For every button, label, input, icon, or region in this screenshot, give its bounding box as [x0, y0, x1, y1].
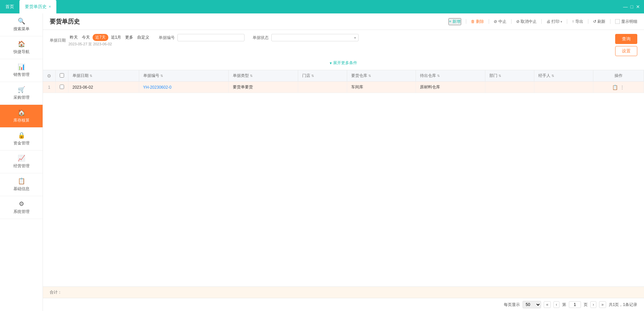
per-page-select[interactable]: 10 20 50 100 [523, 301, 541, 308]
sales-icon: 📊 [18, 63, 25, 71]
divider [588, 19, 588, 24]
th-actions: 操作 [593, 70, 644, 82]
stop-button[interactable]: ⊘ 中止 [494, 19, 506, 25]
sidebar-item-label: 采购管理 [13, 95, 30, 100]
row-pending-warehouse: 原材料仓库 [416, 82, 485, 93]
page-number-input[interactable] [569, 301, 581, 308]
summary-label: 合计： [50, 290, 62, 295]
date-btn-today[interactable]: 今天 [80, 34, 91, 41]
sort-order-date-icon[interactable]: ⇅ [90, 74, 92, 78]
sort-pending-warehouse-icon[interactable]: ⇅ [437, 74, 440, 78]
prev-page-button[interactable]: ‹ [553, 301, 559, 308]
date-btn-7days[interactable]: 近7天 [93, 34, 108, 41]
export-button[interactable]: ↑ 导出 [572, 19, 583, 25]
sidebar-item-purchase[interactable]: 🛒 采购管理 [0, 82, 43, 105]
date-btn-yesterday[interactable]: 昨天 [68, 34, 79, 41]
sort-req-warehouse-icon[interactable]: ⇅ [368, 74, 371, 78]
row-order-type: 要货单要货 [228, 82, 298, 93]
divider [511, 19, 512, 24]
sidebar-item-operations[interactable]: 📈 经营管理 [0, 150, 43, 173]
th-handler: 经手人 ⇅ [534, 70, 593, 82]
divider [489, 19, 489, 24]
order-no-input[interactable] [177, 34, 245, 41]
sort-handler-icon[interactable]: ⇅ [551, 74, 554, 78]
show-detail-checkbox[interactable] [615, 19, 620, 24]
date-range-display: 2023-05-27 至 2023-06-02 [68, 42, 151, 47]
sidebar-item-label: 经营管理 [13, 163, 30, 169]
table-area: ⚙ 单据日期 ⇅ 单据编号 [43, 70, 644, 286]
window-controls: — □ ✕ [623, 4, 644, 9]
next-page-button[interactable]: › [590, 301, 596, 308]
row-more-icon[interactable]: ⋮ [620, 85, 625, 90]
tab-close-icon[interactable]: × [49, 4, 51, 9]
sidebar-item-label: 基础信息 [13, 186, 30, 192]
order-no-filter-group: 单据编号 [159, 34, 245, 41]
sidebar-item-quick-nav[interactable]: 🏠 快捷导航 [0, 36, 43, 59]
table-body: 1 2023-06-02 YH-20230602-0 要货单要货 车间库 原材料… [43, 82, 644, 93]
expand-icon: ▾ [330, 61, 332, 65]
refresh-button[interactable]: ↺ 刷新 [593, 19, 605, 25]
divider [541, 19, 542, 24]
minimize-icon[interactable]: — [623, 4, 628, 9]
close-icon[interactable]: ✕ [636, 4, 640, 9]
maximize-icon[interactable]: □ [631, 4, 633, 9]
quick-nav-icon: 🏠 [18, 40, 25, 48]
sidebar-item-search-menu[interactable]: 🔍 搜索菜单 [0, 13, 43, 36]
expand-filter-button[interactable]: ▾ 展开更多条件 [330, 60, 357, 66]
content-area: 要货单历史 + 新增 🗑 删除 ⊘ 中止 ⊘ 取消中止 [43, 13, 644, 311]
sort-department-icon[interactable]: ⇅ [498, 74, 501, 78]
first-page-button[interactable]: « [544, 301, 551, 308]
row-edit-icon[interactable]: 📋 [612, 85, 618, 90]
purchase-icon: 🛒 [18, 86, 25, 93]
last-page-button[interactable]: » [599, 301, 606, 308]
search-menu-icon: 🔍 [18, 17, 25, 25]
sidebar-item-system[interactable]: ⚙ 系统管理 [0, 196, 43, 219]
sidebar-item-inventory[interactable]: 🏠 库存核算 [0, 105, 43, 128]
th-checkbox [56, 70, 68, 82]
th-order-date: 单据日期 ⇅ [68, 70, 139, 82]
print-button[interactable]: 🖨 打印 ▾ [546, 19, 562, 25]
tab-requisition-history[interactable]: 要货单历史 × [19, 0, 56, 13]
sidebar-item-basic-info[interactable]: 📋 基础信息 [0, 173, 43, 196]
basic-info-icon: 📋 [18, 177, 25, 185]
new-button[interactable]: + 新增 [448, 18, 461, 25]
th-department: 部门 ⇅ [485, 70, 534, 82]
finance-icon: 🔒 [18, 132, 25, 139]
date-btn-custom[interactable]: 自定义 [136, 34, 151, 41]
row-order-date: 2023-06-02 [68, 82, 139, 93]
header-actions: + 新增 🗑 删除 ⊘ 中止 ⊘ 取消中止 🖨 打印 ▾ [448, 18, 637, 25]
row-req-warehouse: 车间库 [347, 82, 416, 93]
table-settings-icon[interactable]: ⚙ [47, 73, 51, 79]
sidebar-item-label: 销售管理 [13, 72, 30, 78]
status-input[interactable] [271, 34, 359, 41]
filter-settings-button[interactable]: 设置 [615, 46, 637, 56]
sidebar-item-sales[interactable]: 📊 销售管理 [0, 59, 43, 82]
row-handler [534, 82, 593, 93]
page-label: 第 [562, 302, 566, 308]
sort-store-icon[interactable]: ⇅ [311, 74, 314, 78]
row-checkbox[interactable] [60, 85, 64, 89]
sidebar-item-label: 资金管理 [13, 140, 30, 146]
th-pending-warehouse: 待出仓库 ⇅ [416, 70, 485, 82]
tab-home[interactable]: 首页 [0, 0, 19, 13]
data-table: ⚙ 单据日期 ⇅ 单据编号 [43, 70, 644, 93]
query-button[interactable]: 查询 [615, 34, 637, 44]
print-dropdown-icon[interactable]: ▾ [560, 20, 562, 24]
delete-button[interactable]: 🗑 删除 [471, 19, 484, 25]
th-req-warehouse: 要货仓库 ⇅ [347, 70, 416, 82]
filter-action-buttons: 查询 设置 [615, 34, 637, 56]
date-btn-more[interactable]: 更多 [124, 34, 135, 41]
sidebar-item-label: 搜索菜单 [13, 26, 30, 32]
select-all-checkbox[interactable] [60, 73, 64, 78]
sort-order-type-icon[interactable]: ⇅ [250, 74, 253, 78]
sidebar-item-label: 系统管理 [13, 209, 30, 215]
show-detail-toggle[interactable]: 显示明细 [615, 19, 637, 25]
sidebar-item-finance[interactable]: 🔒 资金管理 [0, 128, 43, 150]
date-btn-1month[interactable]: 近1月 [110, 34, 123, 41]
order-no-link[interactable]: YH-20230602-0 [143, 85, 172, 90]
th-order-no: 单据编号 ⇅ [139, 70, 228, 82]
sort-order-no-icon[interactable]: ⇅ [160, 74, 163, 78]
th-settings: ⚙ [43, 70, 56, 82]
cancel-stop-button[interactable]: ⊘ 取消中止 [516, 19, 537, 25]
divider [610, 19, 610, 24]
